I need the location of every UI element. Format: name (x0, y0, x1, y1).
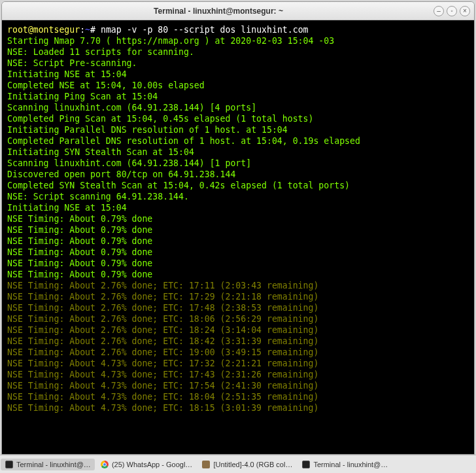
prompt-user-host: root@montsegur (7, 25, 80, 35)
output-line: NSE Timing: About 0.79% done (7, 258, 152, 268)
output-line: NSE Timing: About 2.76% done; ETC: 18:06… (7, 314, 318, 324)
taskbar-label: Terminal - linuxhint@… (313, 461, 388, 468)
output-line: Initiating NSE at 15:04 (7, 69, 127, 79)
output-line: NSE Timing: About 4.73% done; ETC: 18:04… (7, 392, 318, 402)
output-line: NSE Timing: About 0.79% done (7, 225, 152, 235)
taskbar-label: Terminal - linuxhint@… (16, 461, 91, 468)
taskbar[interactable]: Terminal - linuxhint@… (25) WhatsApp - G… (0, 455, 476, 473)
output-line: Starting Nmap 7.70 ( https://nmap.org ) … (7, 36, 334, 46)
taskbar-label: [Untitled]-4.0 (RGB col… (213, 461, 292, 468)
terminal-icon (301, 460, 311, 469)
taskbar-item-terminal-1[interactable]: Terminal - linuxhint@… (1, 459, 95, 470)
close-button[interactable]: × (460, 6, 470, 16)
output-line: Initiating Parallel DNS resolution of 1 … (7, 125, 288, 135)
output-line: NSE: Script scanning 64.91.238.144. (7, 192, 189, 201)
terminal-body[interactable]: root@montsegur:~# nmap -v -p 80 --script… (2, 20, 474, 454)
output-line: Discovered open port 80/tcp on 64.91.238… (7, 169, 235, 179)
output-line: Scanning linuxhint.com (64.91.238.144) [… (7, 158, 251, 168)
output-line: NSE Timing: About 0.79% done (7, 247, 152, 257)
output-line: NSE Timing: About 2.76% done; ETC: 19:00… (7, 347, 318, 357)
window-title: Terminal - linuxhint@montsegur: ~ (154, 7, 283, 16)
output-line: NSE Timing: About 0.79% done (7, 236, 152, 246)
output-line: NSE Timing: About 2.76% done; ETC: 17:48… (7, 303, 318, 313)
prompt-colon: : (80, 25, 85, 35)
prompt-hash: # (90, 25, 101, 35)
terminal-window: Terminal - linuxhint@montsegur: ~ – ◦ × … (1, 1, 475, 455)
output-line: Completed NSE at 15:04, 10.00s elapsed (7, 80, 205, 90)
output-line: NSE Timing: About 0.79% done (7, 270, 152, 279)
output-line: Completed SYN Stealth Scan at 15:04, 0.4… (7, 181, 350, 190)
minimize-button[interactable]: – (434, 6, 444, 16)
output-line: Scanning linuxhint.com (64.91.238.144) [… (7, 103, 256, 113)
output-line: Initiating SYN Stealth Scan at 15:04 (7, 147, 194, 157)
prompt-path: ~ (85, 25, 90, 35)
output-line: NSE Timing: About 2.76% done; ETC: 17:29… (7, 292, 318, 302)
output-line: NSE Timing: About 2.76% done; ETC: 17:11… (7, 281, 318, 290)
chrome-icon (100, 460, 109, 469)
output-line: NSE: Script Pre-scanning. (7, 58, 137, 68)
output-line: Completed Parallel DNS resolution of 1 h… (7, 136, 360, 146)
taskbar-item-terminal-2[interactable]: Terminal - linuxhint@… (298, 459, 392, 470)
output-line: NSE: Loaded 11 scripts for scanning. (7, 47, 194, 57)
terminal-icon (5, 460, 14, 469)
output-line: NSE Timing: About 4.73% done; ETC: 18:15… (7, 403, 318, 413)
taskbar-label: (25) WhatsApp - Googl… (112, 461, 193, 468)
output-line: NSE Timing: About 2.76% done; ETC: 18:42… (7, 336, 318, 346)
output-line: NSE Timing: About 4.73% done; ETC: 17:54… (7, 381, 318, 391)
maximize-button[interactable]: ◦ (447, 6, 457, 16)
output-line: NSE Timing: About 2.76% done; ETC: 18:24… (7, 325, 318, 335)
taskbar-item-chrome[interactable]: (25) WhatsApp - Googl… (96, 459, 197, 470)
output-line: Initiating Ping Scan at 15:04 (7, 92, 158, 101)
taskbar-item-gimp[interactable]: [Untitled]-4.0 (RGB col… (197, 459, 296, 470)
output-line: Initiating NSE at 15:04 (7, 203, 127, 213)
gimp-icon (201, 460, 211, 469)
command-text: nmap -v -p 80 --script dos linuxhint.com (101, 25, 309, 35)
output-line: NSE Timing: About 0.79% done (7, 214, 152, 224)
titlebar[interactable]: Terminal - linuxhint@montsegur: ~ – ◦ × (2, 2, 474, 20)
output-line: NSE Timing: About 4.73% done; ETC: 17:32… (7, 359, 318, 368)
output-line: NSE Timing: About 4.73% done; ETC: 17:43… (7, 370, 318, 379)
output-line: Completed Ping Scan at 15:04, 0.45s elap… (7, 114, 313, 124)
